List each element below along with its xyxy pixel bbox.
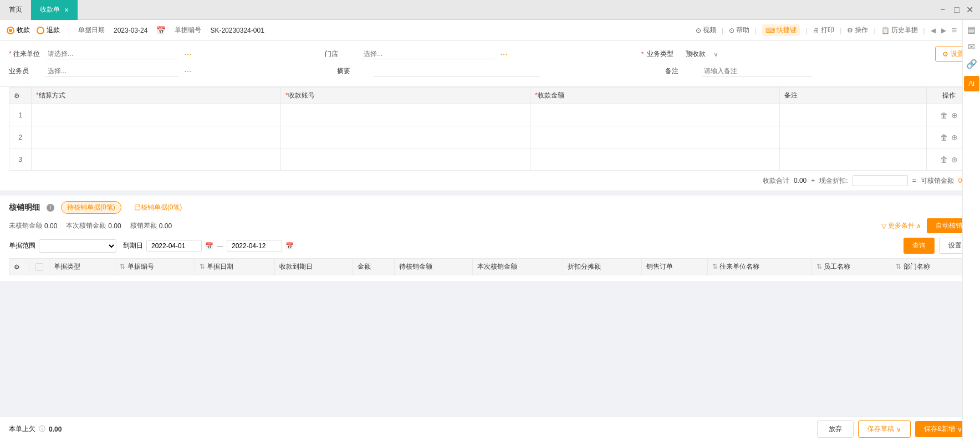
date-range-label: 单据范围: [9, 241, 35, 250]
print-label: 打印: [821, 25, 834, 35]
info-circle-icon: ⓘ: [39, 424, 45, 434]
to-date-input[interactable]: [227, 240, 282, 252]
bt-col-settings[interactable]: ⚙: [9, 259, 29, 275]
bt-dept-sort-icon: ⇅: [896, 263, 901, 270]
to-date-calendar-icon[interactable]: 📅: [285, 242, 294, 250]
col-account-header: *收款账号: [281, 88, 530, 104]
receipts-table: ⚙ *结算方式 *收款账号 *收款金额 备注 操作: [9, 87, 971, 171]
reconcile-table: ⚙ 单据类型 ⇅ 单据编号 ⇅: [9, 258, 971, 275]
diff-label: 核销差额: [130, 221, 157, 230]
more-conditions-label: 更多条件: [888, 221, 915, 230]
reconcile-title: 核销明细: [9, 203, 40, 213]
table-sidebar-icon[interactable]: ▤: [967, 24, 976, 35]
due-date-field: 到期日 📅 — 📅: [123, 240, 294, 252]
store-label: 门店: [325, 49, 358, 59]
net-label: 可核销金额: [921, 176, 954, 186]
col-amount-label: 收款金额: [538, 91, 564, 99]
radio-receipt[interactable]: 收款: [7, 25, 30, 35]
row-3-delete-icon[interactable]: 🗑: [940, 155, 948, 164]
minimize-button[interactable]: －: [938, 4, 947, 16]
link-sidebar-icon[interactable]: 🔗: [966, 59, 977, 69]
operation-btn[interactable]: ⚙ 操作: [847, 25, 868, 35]
nav-right-icon[interactable]: ▶: [941, 27, 946, 34]
help-icon: ⊙: [729, 27, 734, 34]
tab-receipt-label: 收款单: [40, 5, 60, 14]
row-1-amount[interactable]: [530, 104, 780, 126]
salesman-input[interactable]: [45, 66, 178, 76]
row-2-account[interactable]: [281, 126, 530, 148]
row-2-delete-icon[interactable]: 🗑: [940, 133, 948, 142]
shortcut-btn[interactable]: ⌨ 快捷键: [762, 24, 800, 36]
store-more-icon[interactable]: ···: [498, 49, 509, 59]
bt-col-amount: 金额: [353, 259, 394, 275]
row-1-delete-icon[interactable]: 🗑: [940, 111, 948, 120]
current-stat: 本次核销金额 0.00: [66, 221, 121, 230]
summary-input[interactable]: [374, 66, 540, 76]
shortcut-icon: ⌨: [765, 27, 775, 34]
video-btn[interactable]: ⊙ 视频: [696, 25, 716, 35]
col-settings-header[interactable]: ⚙: [9, 88, 32, 104]
save-draft-button[interactable]: 保存草稿 ∨: [858, 421, 911, 438]
help-btn[interactable]: ⊙ 帮助: [729, 25, 749, 35]
radio-refund[interactable]: 退款: [37, 25, 60, 35]
row-3-remark[interactable]: [780, 148, 927, 171]
tab-close-icon[interactable]: ×: [64, 6, 69, 14]
reconcile-info-icon[interactable]: i: [47, 204, 54, 212]
row-3-account[interactable]: [281, 148, 530, 171]
row-2-amount[interactable]: [530, 126, 780, 148]
counterparty-label: 往来单位: [9, 49, 42, 59]
row-3-settlement[interactable]: [32, 148, 281, 171]
due-date-label: 到期日: [123, 241, 143, 250]
store-input[interactable]: [361, 49, 494, 59]
ai-sidebar-button[interactable]: Ai: [964, 76, 979, 91]
from-date-input[interactable]: [146, 240, 202, 252]
save-new-chevron: ∨: [957, 425, 962, 433]
save-new-label: 保存&新增: [924, 424, 955, 434]
date-label: 单据日期: [78, 25, 105, 35]
row-2-remark[interactable]: [780, 126, 927, 148]
salesman-more-icon[interactable]: ···: [182, 66, 193, 76]
row-2-settlement[interactable]: [32, 126, 281, 148]
remark-input[interactable]: [702, 66, 813, 76]
tab-home[interactable]: 首页: [0, 0, 31, 20]
row-3-copy-icon[interactable]: ⊕: [951, 155, 958, 164]
row-1-copy-icon[interactable]: ⊕: [951, 111, 958, 120]
nav-left-icon[interactable]: ◀: [931, 27, 936, 34]
calendar-icon[interactable]: 📅: [156, 26, 166, 35]
print-btn[interactable]: 🖨 打印: [813, 25, 834, 35]
close-button[interactable]: ✕: [966, 4, 973, 15]
tab-pending[interactable]: 待核销单据(0笔): [61, 201, 121, 214]
from-date-calendar-icon[interactable]: 📅: [205, 242, 213, 250]
tab-receipt[interactable]: 收款单 ×: [31, 0, 78, 20]
mail-sidebar-icon[interactable]: ✉: [968, 42, 975, 52]
bt-doc-date-label: 单据日期: [207, 263, 233, 270]
row-2-copy-icon[interactable]: ⊕: [951, 133, 958, 142]
row-1-remark[interactable]: [780, 104, 927, 126]
col-settlement-label: 结算方式: [39, 91, 65, 99]
history-label: 历史单据: [891, 25, 918, 35]
bt-col-checkbox[interactable]: [29, 259, 49, 275]
history-btn[interactable]: 📋 历史单据: [881, 25, 918, 35]
history-icon: 📋: [881, 27, 890, 34]
list-view-icon[interactable]: ≡: [952, 25, 957, 35]
more-conditions-btn[interactable]: ▽ 更多条件 ∧: [881, 221, 921, 230]
query-button[interactable]: 查询: [904, 238, 935, 254]
row-3-amount[interactable]: [530, 148, 780, 171]
tab-done[interactable]: 已核销单据(0笔): [128, 201, 188, 214]
row-1-account[interactable]: [281, 104, 530, 126]
radio-refund-dot: [37, 27, 44, 34]
row-1-settlement[interactable]: [32, 104, 281, 126]
select-all-checkbox[interactable]: [35, 263, 43, 271]
maximize-button[interactable]: □: [954, 5, 959, 15]
remark-label: 备注: [665, 66, 698, 76]
bt-doc-type-label: 单据类型: [54, 263, 80, 270]
abandon-button[interactable]: 放弃: [817, 421, 854, 438]
date-range-select[interactable]: [39, 239, 116, 253]
counterparty-more-icon[interactable]: ···: [182, 49, 193, 59]
table-row: 1 🗑 ⊕: [9, 104, 971, 126]
footer: 本单上欠 ⓘ 0.00 放弃 保存草稿 ∨ 保存&新增 ∨: [0, 417, 980, 441]
counterparty-input[interactable]: [45, 49, 178, 59]
discount-input[interactable]: [853, 175, 908, 186]
bt-sales-order-label: 销售订单: [646, 263, 673, 270]
business-type-chevron[interactable]: ∨: [713, 50, 718, 58]
